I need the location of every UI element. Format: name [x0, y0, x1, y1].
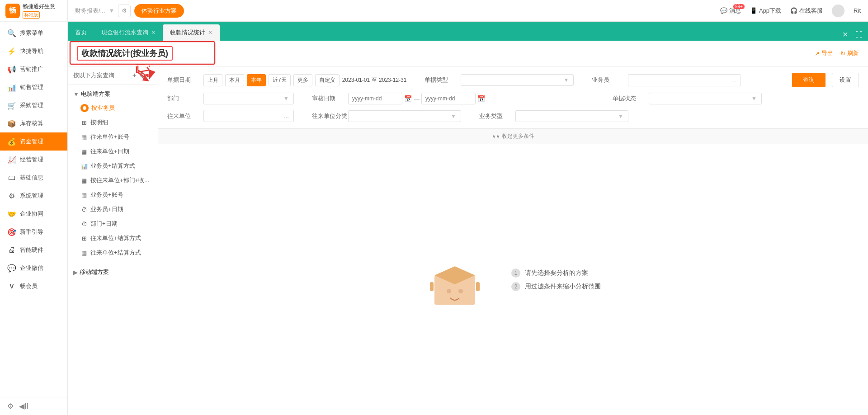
counterpart-category-label: 往来单位分类 — [312, 112, 348, 120]
doc-status-select[interactable]: ▼ — [649, 93, 762, 104]
sidebar-item-finance[interactable]: 💰 资金管理 — [0, 132, 67, 151]
collapse-bar[interactable]: ∧∧ 收起更多条件 — [158, 129, 868, 144]
settings-button[interactable]: 设置 — [832, 73, 859, 87]
review-date-to[interactable] — [421, 93, 476, 104]
scheme-item-unit-date[interactable]: ▦ 往来单位+日期 — [68, 144, 158, 159]
scheme-item-detail[interactable]: ⊞ 按明细 — [68, 115, 158, 130]
collapse-panel-icon[interactable]: « — [148, 71, 152, 80]
counterpart-category-select[interactable]: ▼ — [348, 110, 461, 122]
svg-rect-5 — [430, 282, 434, 291]
salesperson-date-icon: ⏱ — [80, 206, 88, 213]
app-download-action[interactable]: 📱 App下载 — [750, 7, 781, 15]
header-right: 💬 消息 99+ 📱 App下载 🎧 在线客服 Rit — [720, 5, 861, 17]
review-date-to-cal[interactable]: 📅 — [477, 95, 485, 102]
sidebar-settings-icon[interactable]: ⚙ — [7, 402, 14, 410]
empty-state: 1 请先选择要分析的方案 2 用过滤条件来缩小分析范围 — [158, 144, 868, 415]
empty-svg — [425, 250, 484, 309]
scheme-item-dept-date[interactable]: ⏱ 部门+日期 — [68, 217, 158, 231]
sidebar-item-enterprise[interactable]: 🤝 企业协同 — [0, 205, 67, 223]
sidebar-item-search[interactable]: 🔍 搜索菜单 — [0, 24, 67, 42]
unit-settle2-icon: ▦ — [80, 249, 88, 256]
scheme-item-unit-settle2[interactable]: ▦ 往来单位+结算方式 — [68, 245, 158, 260]
sidebar-item-quicknav[interactable]: ⚡ 快捷导航 — [0, 42, 67, 60]
user-name: Rit — [854, 7, 861, 14]
date-from: 2023-01-01 — [342, 77, 370, 83]
biz-type-select[interactable]: ▼ — [515, 110, 628, 122]
scheme-item-unit-settle1[interactable]: ⊞ 往来单位+结算方式 — [68, 231, 158, 245]
mobile-arrow-icon: ▶ — [73, 269, 78, 276]
tab-bank-close[interactable]: ✕ — [151, 29, 156, 36]
sidebar-item-vip[interactable]: V 畅会员 — [0, 277, 67, 295]
tab-close-all-icon[interactable]: ✕ — [840, 28, 850, 41]
basic-icon: 🗃 — [7, 173, 16, 182]
sidebar-item-marketing[interactable]: 📢 营销推广 — [0, 60, 67, 78]
sidebar-item-purchase[interactable]: 🛒 采购管理 — [0, 96, 67, 114]
logo-text: 畅捷通好生意 标准版 — [23, 3, 55, 19]
sidebar-item-inventory[interactable]: 📦 库存核算 — [0, 114, 67, 132]
scheme-settings-icon[interactable]: ⚙ — [139, 71, 146, 80]
online-service-action[interactable]: 🎧 在线客服 — [790, 7, 823, 15]
date-btn-last-month[interactable]: 上月 — [203, 74, 222, 86]
scheme-item-salesperson[interactable]: 按业务员 — [68, 101, 158, 115]
sidebar-item-beginner[interactable]: 🎯 新手引导 — [0, 223, 67, 241]
date-btn-7days[interactable]: 近7天 — [269, 74, 291, 86]
unit-dept-icon: ▦ — [80, 177, 88, 184]
header-settings-btn[interactable]: ⚙ — [118, 5, 131, 17]
sidebar-item-wechat[interactable]: 💬 企业微信 — [0, 259, 67, 277]
sidebar-item-operation[interactable]: 📈 经营管理 — [0, 151, 67, 169]
unit-settle1-icon: ⊞ — [80, 235, 88, 242]
review-date-from[interactable] — [348, 93, 402, 104]
scheme-item-salesperson-date[interactable]: ⏱ 业务员+日期 — [68, 202, 158, 217]
dept-label: 部门 — [167, 94, 203, 103]
scheme-item-unit-account[interactable]: ▦ 往来单位+账号 — [68, 130, 158, 144]
desktop-arrow-icon: ▼ — [73, 91, 79, 98]
doc-status-arrow: ▼ — [751, 95, 757, 102]
date-btn-custom[interactable]: 自定义 — [315, 74, 340, 86]
mobile-section-title: 移动端方案 — [80, 268, 109, 276]
online-service-label: 在线客服 — [799, 7, 823, 15]
svg-point-0 — [83, 106, 86, 110]
doc-type-select[interactable]: ▼ — [461, 74, 574, 86]
sidebar-collapse-icon[interactable]: ◀II — [19, 402, 28, 410]
review-date-from-cal[interactable]: 📅 — [404, 95, 412, 102]
scheme-item-salesperson-account-label: 业务员+账号 — [90, 191, 123, 199]
sidebar-label-vip: 畅会员 — [20, 282, 38, 290]
page-title-actions: ↗ 导出 ↻ 刷新 — [815, 49, 859, 57]
scheme-item-unit-dept[interactable]: ▦ 按往来单位+部门+收... — [68, 173, 158, 188]
sidebar-label-basic: 基础信息 — [20, 174, 43, 182]
counterpart-more[interactable]: ... — [284, 113, 289, 119]
scheme-item-salesperson-account[interactable]: ▦ 业务员+账号 — [68, 188, 158, 202]
date-btn-this-year[interactable]: 本年 — [247, 74, 266, 86]
beginner-icon: 🎯 — [7, 227, 16, 236]
refresh-button[interactable]: ↻ 刷新 — [840, 49, 859, 57]
review-date-label: 审核日期 — [312, 94, 348, 103]
filter-row-3: 往来单位 ... 往来单位分类 ▼ 业务类型 — [167, 110, 859, 122]
tab-bank[interactable]: 现金银行流水查询 ✕ — [94, 24, 163, 41]
sidebar-item-system[interactable]: ⚙ 系统管理 — [0, 187, 67, 205]
messages-action[interactable]: 💬 消息 99+ — [720, 7, 741, 15]
date-btn-more[interactable]: 更多 — [293, 74, 312, 86]
query-button[interactable]: 查询 — [792, 73, 826, 87]
scheme-section-desktop-header[interactable]: ▼ 电脑端方案 — [68, 87, 158, 101]
scheme-item-salesperson-settle[interactable]: 📊 业务员+结算方式 — [68, 159, 158, 173]
date-btn-this-month[interactable]: 本月 — [225, 74, 244, 86]
add-scheme-icon[interactable]: + — [132, 71, 137, 80]
tab-home[interactable]: 首页 — [68, 24, 94, 41]
sidebar-item-basic[interactable]: 🗃 基础信息 — [0, 169, 67, 187]
export-icon: ↗ — [815, 50, 820, 57]
export-button[interactable]: ↗ 导出 — [815, 49, 833, 57]
salesperson-more[interactable]: ... — [731, 77, 736, 84]
sidebar-item-sales[interactable]: 📊 销售管理 — [0, 78, 67, 96]
dept-select[interactable]: ▼ — [203, 93, 294, 104]
tab-collection-close[interactable]: ✕ — [208, 29, 212, 36]
filter-row-2: 部门 ▼ 审核日期 📅 — 📅 — [167, 93, 859, 104]
user-avatar[interactable] — [832, 5, 844, 17]
trial-button[interactable]: 体验行业方案 — [134, 4, 184, 18]
active-indicator — [80, 104, 89, 112]
tab-collection[interactable]: 收款情况统计 ✕ — [163, 24, 220, 41]
scheme-item-salesperson-settle-label: 业务员+结算方式 — [90, 162, 135, 170]
sidebar-item-hardware[interactable]: 🖨 智能硬件 — [0, 241, 67, 259]
tab-maximize-icon[interactable]: ⛶ — [854, 29, 864, 41]
marketing-icon: 📢 — [7, 65, 16, 74]
scheme-section-mobile-header[interactable]: ▶ 移动端方案 — [68, 265, 158, 279]
